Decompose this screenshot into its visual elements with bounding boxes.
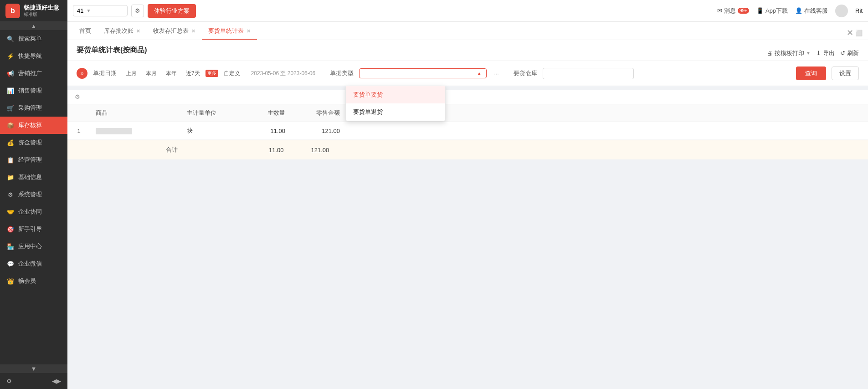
online-service-item[interactable]: 👤 在线客服 [795,7,828,15]
finance-icon: 💰 [6,138,15,147]
table-container: ⚙ 商品 主计量单位 主数量 零售金额 1 [67,90,868,140]
sales-icon: 📊 [6,87,15,95]
table-header-row: 商品 主计量单位 主数量 零售金额 [67,104,868,122]
cell-extra-0 [345,122,868,140]
type-select[interactable]: ▲ [359,68,487,78]
page-header: 要货单统计表(按商品) 🖨 按模板打印 ▼ ⬇ 导出 ↺ 刷新 [67,40,868,61]
table-settings-icon[interactable]: ⚙ [75,93,80,100]
page-header-actions: 🖨 按模板打印 ▼ ⬇ 导出 ↺ 刷新 [767,49,859,57]
appstore-icon: 🏪 [6,242,15,251]
col-header-product: 商品 [90,104,181,122]
tab-batch[interactable]: 库存批次账 ✕ [98,23,147,40]
tab-summary[interactable]: 收发存汇总表 ✕ [147,23,202,40]
sidebar-item-wechat[interactable]: 💬 企业微信 [0,255,67,272]
print-icon: 🖨 [767,50,773,56]
sidebar: b 畅捷通好生意 标准版 ▲ 🔍 搜索菜单 ⚡ 快捷导航 📢 营销推广 📊 销售… [0,0,67,389]
tab-home[interactable]: 首页 [73,23,98,40]
system-icon: ⚙ [6,190,15,199]
app-download-item[interactable]: 📱 App下载 [756,7,788,15]
enterprise-icon: 🤝 [6,208,15,216]
print-arrow-icon: ▼ [806,51,811,56]
table-row: 1 块 11.00 121.00 [67,122,868,140]
download-icon: 📱 [756,7,764,14]
footer-label: 合计 [166,146,178,154]
sidebar-item-quicknav[interactable]: ⚡ 快捷导航 [0,47,67,65]
gear-icon: ⚙ [135,7,140,14]
sidebar-item-system[interactable]: ⚙ 系统管理 [0,186,67,203]
sidebar-item-sales[interactable]: 📊 销售管理 [0,82,67,99]
more-badge[interactable]: 更多 [205,70,218,77]
sidebar-item-basic[interactable]: 📁 基础信息 [0,169,67,186]
data-table: 商品 主计量单位 主数量 零售金额 1 块 11.00 [67,104,868,140]
tab-bar: 首页 库存批次账 ✕ 收发存汇总表 ✕ 要货单统计表 ✕ ✕ ⬜ [67,22,868,40]
sidebar-nav: 🔍 搜索菜单 ⚡ 快捷导航 📢 营销推广 📊 销售管理 🛒 采购管理 📦 库存核… [0,30,67,364]
tab-order-stats[interactable]: 要货单统计表 ✕ [202,23,257,40]
search-icon: 🔍 [6,35,15,43]
date-shortcuts: 上月 本月 本年 近7天 更多 自定义 [122,68,244,79]
col-header-qty: 主数量 [236,104,291,122]
col-header-amount: 零售金额 [291,104,345,122]
this-month-btn[interactable]: 本月 [142,68,160,79]
sidebar-settings-icon[interactable]: ⚙ [6,378,12,384]
sidebar-item-guide[interactable]: 🎯 新手引导 [0,220,67,238]
tab-summary-close[interactable]: ✕ [191,28,195,34]
warehouse-input[interactable] [543,68,634,79]
expand-button[interactable]: » [77,68,87,79]
dropdown-item-1[interactable]: 要货单退货 [346,103,445,121]
refresh-button[interactable]: ↺ 刷新 [840,49,859,57]
sidebar-item-appstore[interactable]: 🏪 应用中心 [0,238,67,255]
close-all-tabs[interactable]: ✕ ⬜ [847,28,863,40]
marketing-icon: 📢 [6,69,15,77]
type-dropdown: 要货单要货 要货单退货 [345,86,446,121]
cell-index-0: 1 [67,122,90,140]
tab-batch-close[interactable]: ✕ [136,28,140,34]
store-name: 41 [77,7,83,14]
sidebar-item-enterprise[interactable]: 🤝 企业协同 [0,203,67,220]
last-7days-btn[interactable]: 近7天 [182,68,204,79]
message-icon: ✉ [717,7,722,14]
sidebar-item-purchase[interactable]: 🛒 采购管理 [0,99,67,117]
cell-unit-0: 块 [181,122,236,140]
page-title: 要货单统计表(按商品) [77,46,147,61]
app-logo: b [5,4,20,18]
basic-icon: 📁 [6,173,15,181]
export-button[interactable]: ⬇ 导出 [816,49,835,57]
filter-more-icon[interactable]: ··· [494,70,499,77]
purchase-icon: 🛒 [6,104,15,112]
top-header: 41 ▼ ⚙ 体验行业方案 ✉ 消息 99+ 📱 App下载 👤 在线客服 Ri… [67,0,868,22]
dropdown-item-0[interactable]: 要货单要货 [346,86,445,103]
sidebar-item-search[interactable]: 🔍 搜索菜单 [0,30,67,47]
industry-button[interactable]: 体验行业方案 [148,4,196,18]
query-button[interactable]: 查询 [796,67,826,80]
last-month-btn[interactable]: 上月 [122,68,140,79]
cell-amount-0: 121.00 [291,122,345,140]
footer-qty: 11.00 [269,147,284,154]
sidebar-item-marketing[interactable]: 📢 营销推广 [0,65,67,82]
sidebar-item-member[interactable]: 👑 畅会员 [0,272,67,290]
sidebar-item-finance[interactable]: 💰 资金管理 [0,134,67,151]
date-label: 单据日期 [93,69,117,77]
print-button[interactable]: 🖨 按模板打印 ▼ [767,49,811,57]
operation-icon: 📋 [6,156,15,164]
type-select-arrow-icon: ▲ [477,71,482,76]
custom-btn[interactable]: 自定义 [220,68,244,79]
message-item[interactable]: ✉ 消息 99+ [717,7,749,15]
quicknav-icon: ⚡ [6,52,15,60]
message-badge: 99+ [738,8,749,14]
sidebar-item-inventory[interactable]: 📦 库存核算 [0,117,67,134]
type-label: 单据类型 [330,69,354,77]
settings-button[interactable]: 设置 [832,67,859,80]
header-right: ✉ 消息 99+ 📱 App下载 👤 在线客服 Rit [717,5,863,17]
tab-order-stats-close[interactable]: ✕ [247,28,251,34]
this-year-btn[interactable]: 本年 [162,68,180,79]
store-selector[interactable]: 41 ▼ [73,5,128,16]
service-icon: 👤 [795,7,802,14]
gear-button[interactable]: ⚙ [131,5,144,17]
brand-title: 畅捷通好生意 标准版 [24,4,59,18]
sidebar-item-operation[interactable]: 📋 经营管理 [0,151,67,169]
sidebar-scroll-down[interactable]: ▼ [0,364,67,373]
sidebar-collapse-icon[interactable]: ◀▶ [52,378,61,384]
user-avatar[interactable] [835,5,848,17]
sidebar-scroll-up[interactable]: ▲ [0,22,67,30]
filter-area: » 单据日期 上月 本月 本年 近7天 更多 自定义 2023-05-06 至 … [67,61,868,86]
